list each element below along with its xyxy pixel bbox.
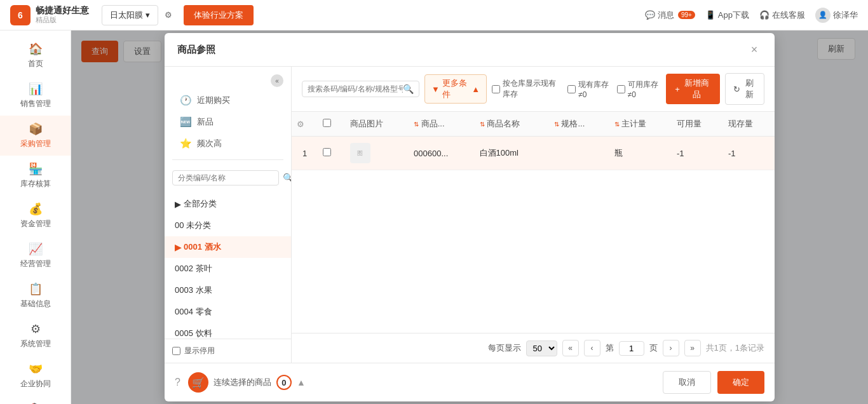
per-page-label: 每页显示 xyxy=(488,342,521,354)
add-product-btn[interactable]: + 新增商品 xyxy=(666,74,719,104)
sort-icon-unit: ⇅ xyxy=(614,121,620,128)
category-list: ▶ 全部分类 00 未分类 ▶ 0001 酒水 0002 xyxy=(165,191,291,339)
cell-spec xyxy=(549,137,609,170)
product-table: ⚙ 商品图片 ⇅ 商品... ⇅ xyxy=(292,112,775,170)
expand-icon[interactable]: ▲ xyxy=(297,377,306,387)
cell-unit: 瓶 xyxy=(609,137,672,170)
product-search-icon[interactable]: 🔍 xyxy=(403,84,414,94)
refresh-icon: ↻ xyxy=(733,84,740,94)
tab-recent-purchase[interactable]: 🕐 近期购买 xyxy=(172,90,283,111)
messages-btn[interactable]: 💬 消息 99+ xyxy=(645,10,695,21)
sort-icon-spec: ⇅ xyxy=(554,121,559,128)
th-unit[interactable]: ⇅ 主计量 xyxy=(609,112,672,137)
plus-icon: + xyxy=(675,84,680,94)
th-image: 商品图片 xyxy=(345,112,409,137)
main-content: 查询 设置 刷新 商品参照 × xyxy=(71,30,868,404)
nav-dropdown[interactable]: 日太阳膜 ▾ xyxy=(102,5,158,25)
star-icon: ⭐ xyxy=(180,138,192,149)
tab-new-product[interactable]: 🆕 新品 xyxy=(172,111,283,133)
modal-overlay: 商品参照 × « 🕐 近期购买 xyxy=(71,30,868,404)
prev-page-btn[interactable]: ‹ xyxy=(584,340,600,356)
sidebar-label-purchase: 采购管理 xyxy=(20,138,51,149)
th-name[interactable]: ⇅ 商品名称 xyxy=(475,112,549,137)
messages-badge: 99+ xyxy=(678,11,695,19)
confirm-btn[interactable]: 确定 xyxy=(717,371,764,394)
sidebar-item-purchase[interactable]: 📦 采购管理 xyxy=(0,116,71,156)
app-download-btn[interactable]: 📱 App下载 xyxy=(705,10,749,21)
tab-frequent[interactable]: ⭐ 频次高 xyxy=(172,133,283,154)
show-disabled-checkbox[interactable] xyxy=(172,347,180,355)
total-info: 共1页，1条记录 xyxy=(706,342,764,354)
checkbox-available-stock[interactable]: 可用库存≠0 xyxy=(617,79,661,99)
th-spec[interactable]: ⇅ 规格... xyxy=(549,112,609,137)
sidebar: 🏠 首页 📊 销售管理 📦 采购管理 🏪 库存核算 💰 资金管理 📈 经营管理 … xyxy=(0,30,71,404)
cat-item-0001[interactable]: ▶ 0001 酒水 xyxy=(165,236,291,258)
cell-name: 白酒100ml xyxy=(475,137,549,170)
collapse-btn[interactable]: « xyxy=(271,74,283,87)
product-image: 图 xyxy=(350,143,370,163)
th-code[interactable]: ⇅ 商品... xyxy=(409,112,474,137)
page-input[interactable] xyxy=(619,341,644,356)
clock-icon: 🕐 xyxy=(180,95,192,106)
modal-footer: ? 🛒 连续选择的商品 0 ▲ 取消 确定 xyxy=(165,363,775,401)
top-nav: 6 畅捷通好生意 精品版 日太阳膜 ▾ ⚙ 体验行业方案 💬 消息 99+ 📱 … xyxy=(0,0,868,30)
cart-icon[interactable]: 🛒 xyxy=(188,372,208,393)
sidebar-label-ops: 经营管理 xyxy=(20,259,51,269)
modal: 商品参照 × « 🕐 近期购买 xyxy=(165,33,775,401)
checkbox-existing-stock[interactable]: 现有库存≠0 xyxy=(567,79,612,99)
sidebar-item-finance[interactable]: 💰 资金管理 xyxy=(0,196,71,236)
row-checkbox[interactable] xyxy=(323,148,331,156)
th-checkbox xyxy=(318,112,345,137)
per-page-select[interactable]: 50 xyxy=(526,340,557,356)
modal-body: « 🕐 近期购买 🆕 新品 ⭐ xyxy=(165,67,775,363)
th-settings[interactable]: ⚙ xyxy=(292,112,318,137)
cat-item-0002[interactable]: 0002 茶叶 xyxy=(165,258,291,279)
cat-item-0004[interactable]: 0004 零食 xyxy=(165,301,291,323)
sidebar-item-guide[interactable]: 📚 新手引导 xyxy=(0,396,71,404)
sidebar-label-sales: 销售管理 xyxy=(20,98,51,109)
sidebar-item-inventory[interactable]: 🏪 库存核算 xyxy=(0,156,71,196)
refresh-btn[interactable]: ↻ 刷新 xyxy=(725,73,764,105)
cat-item-00[interactable]: 00 未分类 xyxy=(165,215,291,236)
cell-code: 000600... xyxy=(409,137,474,170)
sidebar-item-sales[interactable]: 📊 销售管理 xyxy=(0,76,71,116)
new-icon: 🆕 xyxy=(180,116,192,128)
next-page-btn[interactable]: › xyxy=(663,340,679,356)
cart-area: 🛒 连续选择的商品 0 ▲ xyxy=(188,372,306,393)
sidebar-item-collab[interactable]: 🤝 企业协同 xyxy=(0,356,71,396)
category-search-icon[interactable]: 🔍 xyxy=(283,173,292,183)
cat-item-all[interactable]: ▶ 全部分类 xyxy=(165,193,291,215)
cell-checkbox[interactable] xyxy=(318,137,345,170)
filter-more-btn[interactable]: ▼ 更多条件 ▲ xyxy=(424,74,487,104)
sidebar-item-home[interactable]: 🏠 首页 xyxy=(0,36,71,76)
select-all-checkbox[interactable] xyxy=(323,119,331,127)
sort-icon-code: ⇅ xyxy=(414,121,419,128)
last-page-btn[interactable]: » xyxy=(684,340,701,356)
sidebar-label-basics: 基础信息 xyxy=(20,299,51,309)
table-row[interactable]: 1 图 000600... 白酒100ml xyxy=(292,137,775,170)
filter-icon: ▼ xyxy=(431,84,440,94)
category-search-input[interactable] xyxy=(172,170,279,185)
checkbox-warehouse-stock[interactable]: 按仓库显示现有库存 xyxy=(492,78,562,100)
logo-name: 畅捷通好生意 xyxy=(36,5,89,16)
user-profile[interactable]: 👤 徐泽华 xyxy=(815,8,858,23)
cat-item-0005[interactable]: 0005 饮料 xyxy=(165,323,291,339)
online-service-btn[interactable]: 🎧 在线客服 xyxy=(759,10,805,21)
modal-close-btn[interactable]: × xyxy=(747,42,762,57)
table-settings-icon[interactable]: ⚙ xyxy=(297,119,304,129)
help-icon[interactable]: ? xyxy=(175,377,180,388)
product-search-input[interactable] xyxy=(308,84,403,93)
gear-btn[interactable]: ⚙ xyxy=(158,5,179,25)
sidebar-label-inventory: 库存核算 xyxy=(20,178,51,189)
sidebar-item-system[interactable]: ⚙ 系统管理 xyxy=(0,316,71,356)
sidebar-label-system: 系统管理 xyxy=(20,339,51,349)
sidebar-item-basics[interactable]: 📋 基础信息 xyxy=(0,276,71,316)
modal-left-panel: « 🕐 近期购买 🆕 新品 ⭐ xyxy=(165,67,292,363)
cancel-btn[interactable]: 取消 xyxy=(663,371,711,394)
trial-btn[interactable]: 体验行业方案 xyxy=(184,5,254,25)
first-page-btn[interactable]: « xyxy=(562,340,579,356)
modal-right-panel: 🔍 ▼ 更多条件 ▲ 按仓库显示现有库存 xyxy=(292,67,775,363)
sidebar-item-ops[interactable]: 📈 经营管理 xyxy=(0,236,71,276)
cat-item-0003[interactable]: 0003 水果 xyxy=(165,279,291,301)
purchase-icon: 📦 xyxy=(29,122,43,136)
